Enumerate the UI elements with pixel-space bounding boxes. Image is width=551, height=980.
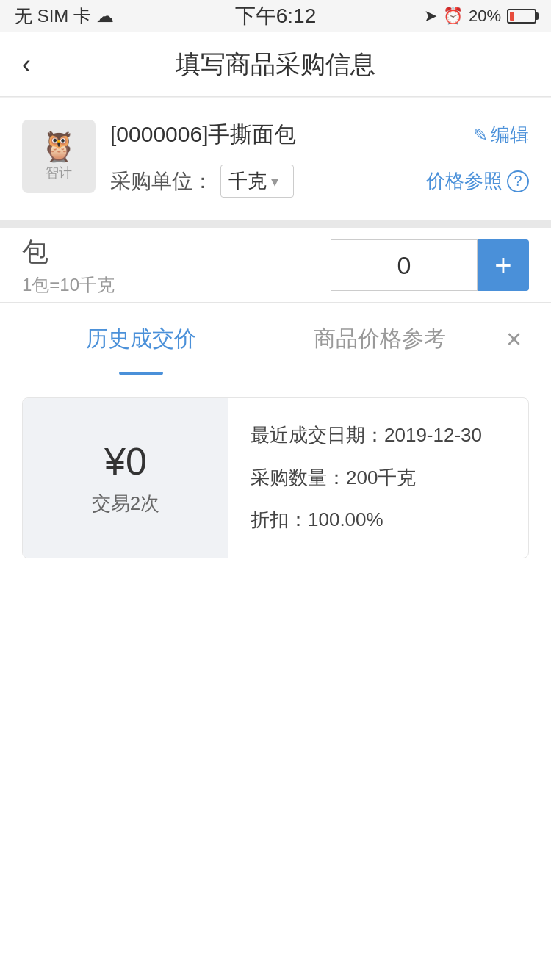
section-divider xyxy=(0,220,551,228)
status-bar: 无 SIM 卡 ☁ 下午6:12 ➤ ⏰ 20% xyxy=(0,0,551,32)
location-icon: ➤ xyxy=(424,7,437,26)
unit-conversion: 1包=10千克 xyxy=(22,273,115,297)
owl-icon: 🦉 xyxy=(40,131,77,161)
tab-history-price[interactable]: 历史成交价 xyxy=(22,303,260,375)
image-caption: 智计 xyxy=(46,164,72,181)
status-time: 下午6:12 xyxy=(235,2,317,30)
discount-value: 100.00% xyxy=(308,508,383,530)
edit-icon: ✎ xyxy=(473,125,488,145)
edit-button[interactable]: ✎ 编辑 xyxy=(473,122,529,148)
quantity-section: 包 1包=10千克 0 + xyxy=(0,228,551,302)
history-card: ¥0 交易2次 最近成交日期：2019-12-30 采购数量：200千克 折扣：… xyxy=(22,397,529,558)
price-ref-label: 价格参照 xyxy=(426,168,503,194)
tab-content: ¥0 交易2次 最近成交日期：2019-12-30 采购数量：200千克 折扣：… xyxy=(0,375,551,580)
purchase-qty-value: 200千克 xyxy=(346,466,416,489)
recent-date-row: 最近成交日期：2019-12-30 xyxy=(251,420,506,451)
recent-date-label: 最近成交日期： xyxy=(251,424,384,446)
tab-panel: 历史成交价 商品价格参考 × ¥0 交易2次 最近成交日期：2019-12-30… xyxy=(0,303,551,580)
unit-label: 包 1包=10千克 xyxy=(22,234,115,297)
edit-label: 编辑 xyxy=(491,122,529,148)
header: ‹ 填写商品采购信息 xyxy=(0,32,551,97)
product-row: 🦉 智计 [0000006]手撕面包 ✎ 编辑 采购单位： 千克 ▾ xyxy=(22,120,529,198)
product-image: 🦉 智计 xyxy=(22,120,96,193)
status-right: ➤ ⏰ 20% xyxy=(424,7,536,26)
chevron-down-icon: ▾ xyxy=(271,173,278,190)
back-button[interactable]: ‹ xyxy=(22,49,31,80)
unit-select-dropdown[interactable]: 千克 ▾ xyxy=(220,165,294,198)
product-name: [0000006]手撕面包 xyxy=(110,120,296,150)
tab-close-button[interactable]: × xyxy=(499,309,529,370)
discount-label: 折扣： xyxy=(251,508,308,530)
tab-product-price-ref[interactable]: 商品价格参考 xyxy=(260,303,498,375)
alarm-icon: ⏰ xyxy=(443,7,463,26)
quantity-input[interactable]: 0 xyxy=(331,239,478,291)
tab-header: 历史成交价 商品价格参考 × xyxy=(0,303,551,375)
white-fill-area xyxy=(0,580,551,980)
product-info: [0000006]手撕面包 ✎ 编辑 采购单位： 千克 ▾ 价格参照 ? xyxy=(110,120,529,198)
discount-row: 折扣：100.00% xyxy=(251,505,506,536)
battery-indicator xyxy=(507,9,536,24)
purchase-qty-label: 采购数量： xyxy=(251,466,346,489)
quantity-input-group: 0 + xyxy=(331,239,529,291)
card-right-details: 最近成交日期：2019-12-30 采购数量：200千克 折扣：100.00% xyxy=(228,398,528,558)
unit-select-value: 千克 xyxy=(228,168,267,194)
trade-count: 交易2次 xyxy=(92,491,159,516)
card-left-price: ¥0 交易2次 xyxy=(23,398,228,558)
help-icon: ? xyxy=(507,170,529,192)
battery-fill xyxy=(510,12,514,21)
unit-name-label: 包 xyxy=(22,234,115,270)
product-name-row: [0000006]手撕面包 ✎ 编辑 xyxy=(110,120,529,150)
increment-button[interactable]: + xyxy=(478,239,529,291)
status-left: 无 SIM 卡 ☁ xyxy=(15,4,114,28)
unit-prefix: 采购单位： xyxy=(110,167,213,195)
thin-divider xyxy=(0,302,551,303)
price-value: ¥0 xyxy=(104,439,147,483)
page-title: 填写商品采购信息 xyxy=(176,48,375,82)
recent-date-value: 2019-12-30 xyxy=(384,424,482,446)
product-section: 🦉 智计 [0000006]手撕面包 ✎ 编辑 采购单位： 千克 ▾ xyxy=(0,98,551,220)
signal-text: 无 SIM 卡 ☁ xyxy=(15,4,114,28)
battery-percent: 20% xyxy=(469,7,501,26)
purchase-qty-row: 采购数量：200千克 xyxy=(251,463,506,494)
unit-row: 采购单位： 千克 ▾ 价格参照 ? xyxy=(110,165,529,198)
price-reference-button[interactable]: 价格参照 ? xyxy=(426,168,529,194)
unit-left: 采购单位： 千克 ▾ xyxy=(110,165,294,198)
